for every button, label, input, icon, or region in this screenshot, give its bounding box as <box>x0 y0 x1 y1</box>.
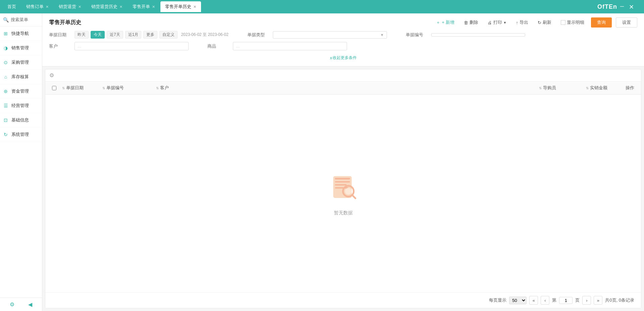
first-page-button[interactable]: « <box>529 296 538 305</box>
settings-bottom-icon[interactable]: ⚙ <box>10 301 14 308</box>
svg-rect-3 <box>335 184 347 186</box>
query-button[interactable]: 查询 <box>591 17 612 28</box>
sidebar-item-basic-info[interactable]: ⊡ 基础信息 <box>0 113 42 127</box>
settings-button[interactable]: 设置 <box>616 17 637 28</box>
close-window-button[interactable]: ✕ <box>629 3 634 11</box>
svg-rect-4 <box>335 187 348 189</box>
sidebar-item-sys-mgmt[interactable]: ↻ 系统管理 <box>0 127 42 142</box>
table-settings-icon[interactable]: ⚙ <box>49 72 54 79</box>
sales-icon: ◑ <box>3 45 9 51</box>
next-page-button[interactable]: › <box>582 296 591 305</box>
empty-text: 暂无数据 <box>334 210 353 216</box>
sidebar-search[interactable]: 🔍 搜索菜单 <box>0 13 42 27</box>
filter-row-2: 客户 ... 商品 ... <box>49 42 637 50</box>
th-guide[interactable]: ⇅ 导购员 <box>536 82 570 94</box>
top-tabbar: 首页 销售订单 ✕ 销货退货 ✕ 销货退货历史 ✕ 零售开单 ✕ 零售开单历史 … <box>0 0 644 13</box>
per-page-select[interactable]: 10 20 50 100 <box>509 297 527 304</box>
collapse-bar[interactable]: ∧ 收起更多条件 <box>49 54 637 62</box>
prev-page-button[interactable]: ‹ <box>541 296 549 305</box>
sidebar-item-operations[interactable]: ☰ 经营管理 <box>0 99 42 113</box>
tab-retail-open[interactable]: 零售开单 ✕ <box>128 1 160 12</box>
sidebar-item-sales-mgmt[interactable]: ◑ 销售管理 <box>0 41 42 55</box>
export-icon: ↑ <box>516 20 518 25</box>
sys-mgmt-icon: ↻ <box>3 132 9 138</box>
date-btn-today[interactable]: 今天 <box>91 31 105 39</box>
finance-icon: ⊛ <box>3 88 9 94</box>
refresh-button[interactable]: ↻ 刷新 <box>535 18 554 27</box>
page-input[interactable] <box>559 297 573 304</box>
customer-input[interactable]: ... <box>75 42 189 50</box>
th-customer[interactable]: ⇅ 客户 <box>153 82 536 94</box>
tab-sales-return-history[interactable]: 销货退货历史 ✕ <box>87 1 127 12</box>
purchase-icon: ⊙ <box>3 59 9 65</box>
close-retail-open-history-icon[interactable]: ✕ <box>193 5 196 9</box>
print-dropdown-icon: ▼ <box>503 21 507 24</box>
operations-icon: ☰ <box>3 103 9 109</box>
close-sales-return-icon[interactable]: ✕ <box>78 5 81 9</box>
page-label: 页 <box>575 297 580 303</box>
type-select[interactable]: ▼ <box>273 31 387 39</box>
last-page-button[interactable]: » <box>594 296 602 305</box>
delete-button[interactable]: 🗑 删除 <box>461 18 481 27</box>
main-layout: 🔍 搜索菜单 ⊞ 快捷导航 ◑ 销售管理 ⊙ 采购管理 ⌂ 库存核算 ⊛ 资金管… <box>0 13 644 311</box>
type-select-arrow: ▼ <box>380 33 384 37</box>
collapse-text: 收起更多条件 <box>333 55 357 61</box>
th-amount[interactable]: ⇅ 实销金额 <box>570 82 610 94</box>
select-all-checkbox[interactable] <box>52 86 56 90</box>
content-area: 零售开单历史 ＋ + 新增 🗑 删除 🖨 打印 ▼ <box>42 13 644 311</box>
toolbar: ＋ + 新增 🗑 删除 🖨 打印 ▼ ↑ 导出 <box>433 17 637 28</box>
tab-sales-order[interactable]: 销售订单 ✕ <box>21 1 53 12</box>
search-icon: 🔍 <box>3 17 9 23</box>
print-button[interactable]: 🖨 打印 ▼ <box>485 18 509 27</box>
page-title: 零售开单历史 <box>49 19 81 26</box>
sidebar-item-finance[interactable]: ⊛ 资金管理 <box>0 84 42 99</box>
show-detail-button[interactable]: 显示明细 <box>558 18 587 27</box>
th-ops: 操作 <box>610 82 637 94</box>
tab-home[interactable]: 首页 <box>3 1 21 12</box>
total-text: 共0页, 0条记录 <box>605 297 634 303</box>
th-no[interactable]: ⇅ 单据编号 <box>100 82 153 94</box>
date-label: 单据日期 <box>49 32 69 38</box>
table-header: ⇅ 单据日期 ⇅ 单据编号 ⇅ 客户 ⇅ 导购员 ⇅ 实销金额 <box>45 82 641 95</box>
svg-rect-1 <box>335 178 350 179</box>
goods-placeholder: ... <box>236 44 240 49</box>
date-btn-7days[interactable]: 近7天 <box>107 31 123 39</box>
no-input[interactable] <box>431 33 525 37</box>
sort-no-icon: ⇅ <box>102 86 105 90</box>
tab-retail-open-history[interactable]: 零售开单历史 ✕ <box>160 1 201 12</box>
close-retail-open-icon[interactable]: ✕ <box>152 5 155 9</box>
print-icon: 🖨 <box>488 20 492 25</box>
new-button[interactable]: ＋ + 新增 <box>433 18 457 27</box>
brand-text: OfTEn <box>597 3 617 10</box>
date-range: 2023-06-02 至 2023-06-02 <box>181 32 228 38</box>
date-btn-1month[interactable]: 近1月 <box>125 31 142 39</box>
customer-placeholder: ... <box>78 44 81 49</box>
date-buttons: 昨天 今天 近7天 近1月 更多 自定义 2023-06-02 至 2023-0… <box>75 31 229 39</box>
date-btn-yesterday[interactable]: 昨天 <box>75 31 89 39</box>
sidebar-item-inventory[interactable]: ⌂ 库存核算 <box>0 70 42 84</box>
date-btn-more[interactable]: 更多 <box>143 31 157 39</box>
sidebar-item-quick-nav[interactable]: ⊞ 快捷导航 <box>0 27 42 41</box>
collapse-up-icon: ∧ <box>330 56 333 60</box>
show-detail-checkbox[interactable] <box>561 20 565 25</box>
refresh-icon: ↻ <box>538 20 541 25</box>
export-button[interactable]: ↑ 导出 <box>513 18 531 27</box>
th-checkbox <box>49 83 59 94</box>
th-date[interactable]: ⇅ 单据日期 <box>59 82 100 94</box>
close-sales-return-history-icon[interactable]: ✕ <box>119 5 122 9</box>
collapse-sidebar-icon[interactable]: ◀ <box>28 301 32 308</box>
svg-rect-2 <box>335 181 350 183</box>
tab-sales-return[interactable]: 销货退货 ✕ <box>54 1 86 12</box>
new-icon: ＋ <box>436 19 440 25</box>
goods-input[interactable]: ... <box>233 42 347 50</box>
sidebar-item-purchase-mgmt[interactable]: ⊙ 采购管理 <box>0 55 42 70</box>
sidebar: 🔍 搜索菜单 ⊞ 快捷导航 ◑ 销售管理 ⊙ 采购管理 ⌂ 库存核算 ⊛ 资金管… <box>0 13 42 311</box>
table-area: ⚙ ⇅ 单据日期 ⇅ 单据编号 ⇅ 客户 ⇅ <box>45 69 641 308</box>
inventory-icon: ⌂ <box>3 74 9 80</box>
date-btn-custom[interactable]: 自定义 <box>159 31 178 39</box>
minimize-button[interactable]: ─ <box>620 3 624 9</box>
close-sales-order-icon[interactable]: ✕ <box>46 5 49 9</box>
goods-label: 商品 <box>207 43 228 49</box>
filter-area: 零售开单历史 ＋ + 新增 🗑 删除 🖨 打印 ▼ <box>42 13 644 66</box>
sort-customer-icon: ⇅ <box>156 86 159 90</box>
